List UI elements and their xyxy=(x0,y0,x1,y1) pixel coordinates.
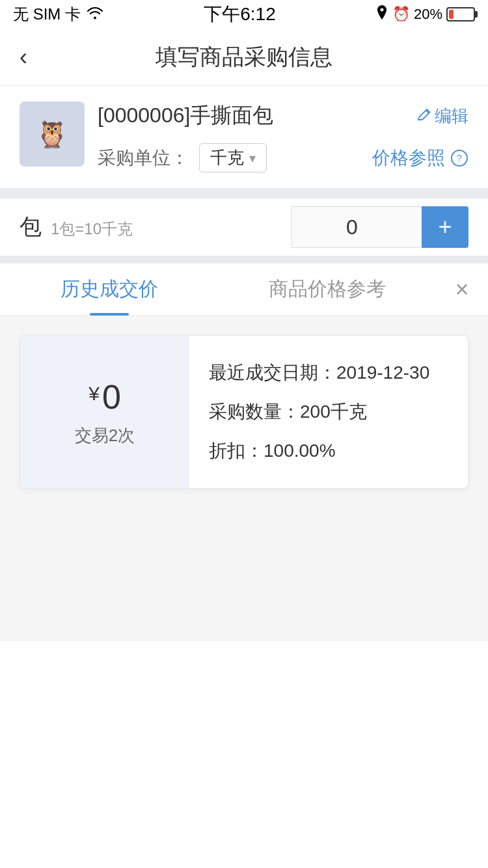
product-title: 手撕面包 xyxy=(190,103,273,127)
tab-bar: 历史成交价 商品价格参考 × xyxy=(0,264,488,316)
quantity-input[interactable] xyxy=(291,206,422,248)
transaction-price-panel: ¥ 0 交易2次 xyxy=(20,336,189,488)
content-divider xyxy=(0,256,488,264)
recent-date-row: 最近成交日期：2019-12-30 xyxy=(209,359,448,387)
svg-text:?: ? xyxy=(457,153,462,163)
product-id: [0000006] xyxy=(98,103,190,127)
tab-close-button[interactable]: × xyxy=(436,264,488,316)
dropdown-arrow-icon: ▾ xyxy=(249,150,256,166)
discount-value: 100.00% xyxy=(264,441,336,461)
transaction-count: 交易2次 xyxy=(75,424,135,447)
quantity-input-group[interactable]: + xyxy=(291,206,468,248)
discount-row: 折扣：100.00% xyxy=(209,437,448,465)
product-name-row: [0000006]手撕面包 编辑 xyxy=(98,102,468,130)
alarm-icon: ⏰ xyxy=(392,6,410,23)
status-time: 下午6:12 xyxy=(204,2,276,27)
tab-active-indicator xyxy=(90,313,129,316)
battery-icon xyxy=(446,7,475,21)
help-icon: ? xyxy=(450,149,468,167)
tab-price-reference[interactable]: 商品价格参考 xyxy=(218,264,436,316)
currency-symbol: ¥ xyxy=(88,383,100,405)
price-value: 0 xyxy=(102,377,121,416)
content-area: ¥ 0 交易2次 最近成交日期：2019-12-30 采购数量：200千克 折扣… xyxy=(0,316,488,641)
battery-text: 20% xyxy=(414,6,442,23)
status-right: ⏰ 20% xyxy=(375,5,475,24)
product-card: 🦉 [0000006]手撕面包 编辑 采购单位： 千克 ▾ xyxy=(0,86,488,188)
status-left: 无 SIM 卡 xyxy=(13,4,104,25)
purchase-qty-value: 200千克 xyxy=(300,401,367,422)
status-bar: 无 SIM 卡 下午6:12 ⏰ 20% xyxy=(0,0,488,29)
price-reference-button[interactable]: 价格参照 ? xyxy=(372,146,468,170)
tab-history-price[interactable]: 历史成交价 xyxy=(0,264,218,316)
quantity-conversion: 1包=10千克 xyxy=(51,219,133,239)
edit-button[interactable]: 编辑 xyxy=(416,105,468,128)
purchase-qty-label: 采购数量： xyxy=(209,401,300,422)
tab-history-label: 历史成交价 xyxy=(61,276,158,303)
transaction-price: ¥ 0 xyxy=(88,377,121,416)
unit-selector[interactable]: 千克 ▾ xyxy=(199,143,267,172)
section-divider xyxy=(0,188,488,198)
edit-icon xyxy=(416,109,431,123)
transaction-details-panel: 最近成交日期：2019-12-30 采购数量：200千克 折扣：100.00% xyxy=(189,336,468,488)
recent-date-label: 最近成交日期： xyxy=(209,362,336,383)
transaction-card: ¥ 0 交易2次 最近成交日期：2019-12-30 采购数量：200千克 折扣… xyxy=(20,335,468,489)
price-ref-label: 价格参照 xyxy=(372,146,445,170)
product-image-icon: 🦉 xyxy=(36,119,68,150)
edit-label: 编辑 xyxy=(435,105,468,128)
quantity-unit: 包 xyxy=(20,212,42,242)
product-name: [0000006]手撕面包 xyxy=(98,102,273,130)
unit-value: 千克 xyxy=(210,146,244,169)
wifi-icon xyxy=(86,5,104,23)
nav-bar: ‹ 填写商品采购信息 xyxy=(0,29,488,86)
purchase-unit-group: 采购单位： 千克 ▾ xyxy=(98,143,267,172)
tab-price-ref-label: 商品价格参考 xyxy=(269,276,386,303)
page-title: 填写商品采购信息 xyxy=(156,42,332,72)
quantity-row: 包 1包=10千克 + xyxy=(0,198,488,256)
purchase-qty-row: 采购数量：200千克 xyxy=(209,398,448,426)
product-thumbnail: 🦉 xyxy=(20,102,85,167)
location-icon xyxy=(375,5,388,24)
discount-label: 折扣： xyxy=(209,441,264,461)
purchase-unit-label: 采购单位： xyxy=(98,146,189,170)
battery-fill xyxy=(449,10,454,19)
bottom-space xyxy=(0,641,488,868)
carrier-text: 无 SIM 卡 xyxy=(13,4,81,25)
quantity-label-group: 包 1包=10千克 xyxy=(20,212,133,242)
back-button[interactable]: ‹ xyxy=(20,44,27,71)
recent-date-value: 2019-12-30 xyxy=(336,362,429,383)
quantity-plus-button[interactable]: + xyxy=(422,206,468,248)
purchase-unit-row: 采购单位： 千克 ▾ 价格参照 ? xyxy=(98,143,468,172)
product-info: [0000006]手撕面包 编辑 采购单位： 千克 ▾ 价格参照 xyxy=(98,102,468,172)
